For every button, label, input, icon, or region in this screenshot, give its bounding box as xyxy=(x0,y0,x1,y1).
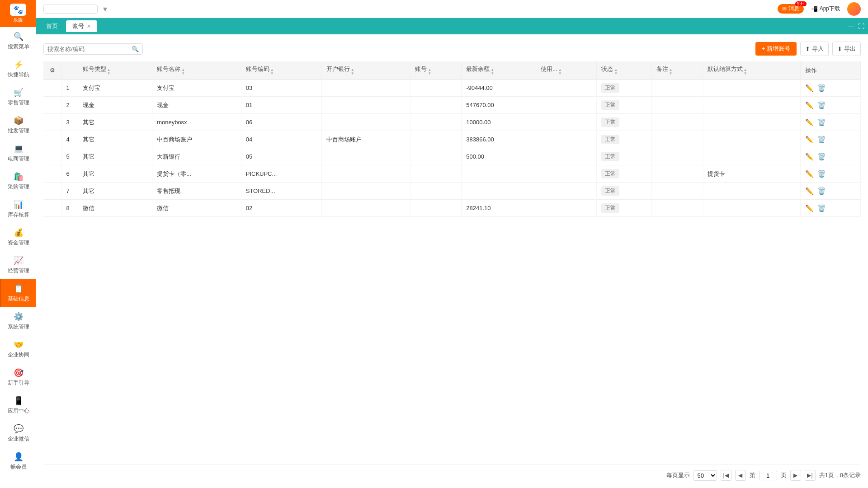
toolbar: 🔍 + 新增账号 ⬆ 导入 ⬇ 导出 xyxy=(43,42,861,56)
cell-gear xyxy=(43,80,61,97)
delete-button[interactable]: 🗑️ xyxy=(817,84,826,92)
app-download-icon: 📲 xyxy=(811,6,818,12)
search-input[interactable] xyxy=(47,46,129,52)
delete-button[interactable]: 🗑️ xyxy=(817,101,826,109)
members-icon: 👤 xyxy=(14,452,24,462)
sidebar-item-operations[interactable]: 📈 经营管理 xyxy=(0,251,36,279)
tab-close-icon[interactable]: ✕ xyxy=(87,23,91,29)
delete-button[interactable]: 🗑️ xyxy=(817,187,826,195)
cell-rownum: 8 xyxy=(61,200,78,217)
pagination: 每页显示 50 100 200 |◀ ◀ 第 页 ▶ ▶| 共1页，8条记录 xyxy=(43,464,861,481)
col-gear[interactable]: ⚙ xyxy=(43,61,61,80)
sidebar-item-system[interactable]: ⚙️ 系统管理 xyxy=(0,307,36,335)
edit-button[interactable]: ✏️ xyxy=(805,84,814,92)
edit-button[interactable]: ✏️ xyxy=(805,118,814,127)
finance-icon: 💰 xyxy=(14,228,24,238)
cell-status: 正常 xyxy=(597,165,651,183)
col-bank[interactable]: 开户银行▲▼ xyxy=(321,61,410,80)
sidebar-item-quick-nav[interactable]: ⚡ 快捷导航 xyxy=(0,55,36,83)
cell-account-type: 微信 xyxy=(78,200,152,217)
edit-button[interactable]: ✏️ xyxy=(805,204,814,212)
sidebar-item-inventory[interactable]: 📊 库存核算 xyxy=(0,195,36,223)
col-account-code[interactable]: 账号编码▲▼ xyxy=(241,61,321,80)
cell-gear xyxy=(43,97,61,114)
cell-default-settlement xyxy=(703,97,800,114)
messages-button[interactable]: ✉ 消息 99+ xyxy=(778,4,804,14)
cell-latest-balance: 500.00 xyxy=(462,148,536,165)
wholesale-icon: 📦 xyxy=(14,116,24,126)
cell-remark xyxy=(651,165,703,183)
col-remark[interactable]: 备注▲▼ xyxy=(651,61,703,80)
cell-rownum: 6 xyxy=(61,165,78,183)
next-page-button[interactable]: ▶ xyxy=(790,470,801,481)
delete-button[interactable]: 🗑️ xyxy=(817,204,826,212)
sidebar-item-label: 资金管理 xyxy=(8,239,29,247)
col-status[interactable]: 状态▲▼ xyxy=(597,61,651,80)
cell-remark xyxy=(651,80,703,97)
delete-button[interactable]: 🗑️ xyxy=(817,118,826,127)
sidebar-item-ecommerce[interactable]: 💻 电商管理 xyxy=(0,139,36,167)
col-account-type[interactable]: 账号类型▲▼ xyxy=(78,61,152,80)
app-download-button[interactable]: 📲 App下载 xyxy=(811,5,840,13)
sidebar-item-enterprise[interactable]: 🤝 企业协同 xyxy=(0,335,36,363)
col-latest-balance[interactable]: 最新余额▲▼ xyxy=(462,61,536,80)
search-icon[interactable]: 🔍 xyxy=(132,46,139,52)
sidebar-item-members[interactable]: 👤 畅会员 xyxy=(0,447,36,475)
user-avatar[interactable] xyxy=(847,2,861,16)
col-account-name[interactable]: 账号名称▲▼ xyxy=(152,61,241,80)
sidebar-item-enterprise-wechat[interactable]: 💬 企业微信 xyxy=(0,419,36,447)
sidebar-item-guide[interactable]: 🎯 新手引导 xyxy=(0,363,36,391)
tab-maximize-icon[interactable]: ⛶ xyxy=(858,23,864,30)
delete-button[interactable]: 🗑️ xyxy=(817,136,826,144)
cell-account xyxy=(410,200,462,217)
import-button[interactable]: ⬆ 导入 xyxy=(800,42,829,56)
sidebar-item-finance[interactable]: 💰 资金管理 xyxy=(0,223,36,251)
top-dropdown-icon[interactable]: ▾ xyxy=(103,4,107,14)
add-account-button[interactable]: + 新增账号 xyxy=(755,42,797,56)
search-box[interactable]: 🔍 xyxy=(43,43,143,55)
import-icon: ⬆ xyxy=(805,46,810,52)
edit-button[interactable]: ✏️ xyxy=(805,136,814,144)
cell-remark xyxy=(651,114,703,131)
edit-button[interactable]: ✏️ xyxy=(805,170,814,178)
col-usage[interactable]: 使用...▲▼ xyxy=(536,61,597,80)
first-page-button[interactable]: |◀ xyxy=(721,470,731,481)
per-page-select[interactable]: 50 100 200 xyxy=(693,470,717,481)
table-row: 6 其它 提货卡（零... PICKUPC... 正常 提货卡 ✏️ 🗑️ xyxy=(43,165,861,183)
logo-text: 乐版 xyxy=(13,17,23,23)
delete-button[interactable]: 🗑️ xyxy=(817,153,826,161)
page-input[interactable] xyxy=(759,471,777,480)
delete-button[interactable]: 🗑️ xyxy=(817,170,826,178)
sidebar-item-purchase[interactable]: 🛍️ 采购管理 xyxy=(0,167,36,195)
cell-bank xyxy=(321,165,410,183)
sidebar-item-wholesale[interactable]: 📦 批发管理 xyxy=(0,111,36,139)
cell-status: 正常 xyxy=(597,114,651,131)
cell-default-settlement xyxy=(703,131,800,148)
top-search-input[interactable] xyxy=(43,5,98,14)
prev-page-button[interactable]: ◀ xyxy=(735,470,746,481)
sidebar-item-app-center[interactable]: 📱 应用中心 xyxy=(0,391,36,419)
table-wrap: ⚙ 账号类型▲▼ 账号名称▲▼ 账号编码▲▼ 开户银行▲▼ xyxy=(43,61,861,460)
sidebar-item-search-menu[interactable]: 🔍 搜索菜单 xyxy=(0,27,36,55)
table-header: ⚙ 账号类型▲▼ 账号名称▲▼ 账号编码▲▼ 开户银行▲▼ xyxy=(43,61,861,80)
tab-accounts[interactable]: 账号 ✕ xyxy=(66,20,97,32)
cell-usage xyxy=(536,183,597,200)
messages-badge: 99+ xyxy=(795,1,807,6)
sidebar-item-retail[interactable]: 🛒 零售管理 xyxy=(0,83,36,111)
col-account[interactable]: 账号▲▼ xyxy=(410,61,462,80)
sidebar-item-label: 库存核算 xyxy=(8,211,29,219)
cell-account xyxy=(410,80,462,97)
export-button[interactable]: ⬇ 导出 xyxy=(832,42,861,56)
cell-account-code: 04 xyxy=(241,131,321,148)
tab-home[interactable]: 首页 xyxy=(40,20,64,32)
cell-account-name: 零售抵现 xyxy=(152,183,241,200)
col-rownum xyxy=(61,61,78,80)
col-default-settlement[interactable]: 默认结算方式▲▼ xyxy=(703,61,800,80)
page-suffix: 页 xyxy=(781,471,787,479)
edit-button[interactable]: ✏️ xyxy=(805,153,814,161)
last-page-button[interactable]: ▶| xyxy=(805,470,816,481)
edit-button[interactable]: ✏️ xyxy=(805,187,814,195)
sidebar-item-basic-info[interactable]: 📋 基础信息 xyxy=(0,279,36,307)
tab-minimize-icon[interactable]: — xyxy=(848,23,854,30)
edit-button[interactable]: ✏️ xyxy=(805,101,814,109)
